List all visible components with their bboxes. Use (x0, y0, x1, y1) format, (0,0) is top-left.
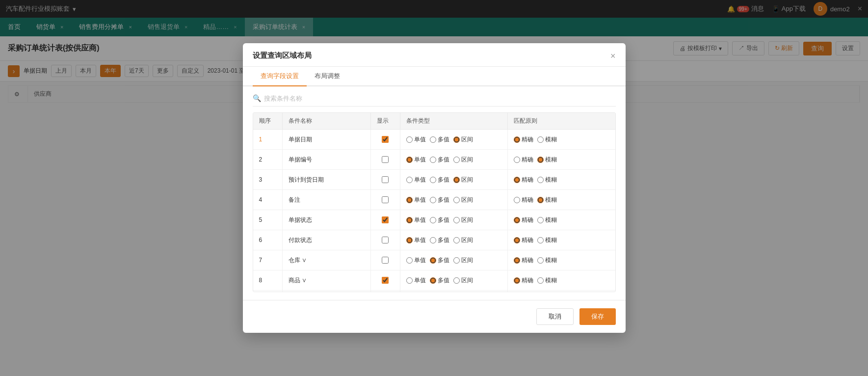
row-match-9: 精确 模糊 (508, 291, 615, 292)
row-show-3 (371, 170, 400, 189)
row-type-3: 单值 多值 区间 (400, 170, 508, 189)
row-order-9: 9 (253, 291, 283, 292)
table-row: 6 付款状态 单值 多值 区间 (253, 230, 615, 250)
show-checkbox-3[interactable] (382, 176, 389, 183)
table-row: 7 仓库 ∨ 单值 多值 区间 (253, 250, 615, 270)
row-type-9: 单值 多值 区间 (400, 291, 508, 292)
show-checkbox-7[interactable] (382, 257, 389, 264)
modal-tab-layout[interactable]: 布局调整 (307, 67, 348, 86)
row-name-9: 属性 ∨ (283, 291, 371, 292)
table-row: 3 预计到货日期 单值 多值 区间 (253, 170, 615, 190)
row-type-7: 单值 多值 区间 (400, 250, 508, 270)
radio-multi-1[interactable]: 多值 (430, 135, 449, 144)
row-name-2: 单据编号 (283, 150, 371, 169)
modal-table-header: 顺序 条件名称 显示 条件类型 匹配原则 (253, 113, 615, 130)
table-row: 9 属性 ∨ 单值 多值 区间 (253, 291, 615, 292)
radio-single-1[interactable]: 单值 (406, 135, 426, 144)
row-order-8: 8 (253, 270, 283, 290)
row-type-6: 单值 多值 区间 (400, 230, 508, 250)
modal-tabs: 查询字段设置 布局调整 (243, 67, 626, 86)
row-order-4: 4 (253, 190, 283, 210)
table-row: 5 单据状态 单值 多值 区间 (253, 210, 615, 230)
row-show-8 (371, 270, 400, 290)
th-condition-type: 条件类型 (400, 113, 508, 129)
row-type-1: 单值 多值 区间 (400, 130, 508, 149)
row-name-7: 仓库 ∨ (283, 250, 371, 270)
row-name-6: 付款状态 (283, 230, 371, 250)
row-name-8: 商品 ∨ (283, 270, 371, 290)
settings-modal: 设置查询区域布局 × 查询字段设置 布局调整 🔍 顺序 条件名称 显示 条件类型 (243, 43, 626, 333)
row-order-1: 1 (253, 130, 283, 149)
row-show-1 (371, 130, 400, 149)
modal-body: 🔍 顺序 条件名称 显示 条件类型 匹配原则 1 单据日期 (243, 86, 626, 300)
cancel-button[interactable]: 取消 (536, 308, 574, 325)
modal-table: 顺序 条件名称 显示 条件类型 匹配原则 1 单据日期 (253, 112, 616, 292)
show-checkbox-4[interactable] (382, 196, 389, 203)
modal-close-button[interactable]: × (610, 52, 616, 66)
modal-header: 设置查询区域布局 × (243, 43, 626, 67)
table-row: 2 单据编号 单值 多值 区间 (253, 150, 615, 170)
search-input[interactable] (264, 95, 616, 102)
row-name-3: 预计到货日期 (283, 170, 371, 189)
th-name: 条件名称 (283, 113, 371, 129)
th-show: 显示 (371, 113, 400, 129)
save-button[interactable]: 保存 (579, 308, 616, 325)
row-name-1: 单据日期 (283, 130, 371, 149)
row-type-2: 单值 多值 区间 (400, 150, 508, 169)
row-order-2: 2 (253, 150, 283, 169)
table-row: 1 单据日期 单值 多值 区间 (253, 130, 615, 150)
show-checkbox-6[interactable] (382, 237, 389, 243)
row-match-2: 精确 模糊 (508, 150, 615, 169)
search-icon: 🔍 (253, 94, 261, 102)
row-match-5: 精确 模糊 (508, 210, 615, 230)
modal-footer: 取消 保存 (243, 300, 626, 333)
row-type-5: 单值 多值 区间 (400, 210, 508, 230)
row-show-5 (371, 210, 400, 230)
search-row: 🔍 (253, 94, 616, 107)
modal-tab-query-fields[interactable]: 查询字段设置 (253, 67, 307, 86)
row-match-4: 精确 模糊 (508, 190, 615, 210)
row-order-5: 5 (253, 210, 283, 230)
modal-title: 设置查询区域布局 (253, 51, 312, 66)
row-order-6: 6 (253, 230, 283, 250)
row-order-3: 3 (253, 170, 283, 189)
modal-table-body[interactable]: 1 单据日期 单值 多值 区间 (253, 130, 615, 292)
row-match-1: 精确 模糊 (508, 130, 615, 149)
show-checkbox-1[interactable] (382, 136, 389, 143)
show-checkbox-8[interactable] (382, 277, 389, 284)
row-show-7 (371, 250, 400, 270)
th-match: 匹配原则 (508, 113, 615, 129)
row-match-6: 精确 模糊 (508, 230, 615, 250)
row-show-4 (371, 190, 400, 210)
radio-range-1[interactable]: 区间 (453, 135, 473, 144)
show-checkbox-5[interactable] (382, 216, 389, 223)
row-show-2 (371, 150, 400, 169)
modal-overlay: 设置查询区域布局 × 查询字段设置 布局调整 🔍 顺序 条件名称 显示 条件类型 (0, 0, 868, 376)
row-show-6 (371, 230, 400, 250)
th-order: 顺序 (253, 113, 283, 129)
row-match-8: 精确 模糊 (508, 270, 615, 290)
row-match-7: 精确 模糊 (508, 250, 615, 270)
match-fuzzy-1[interactable]: 模糊 (537, 135, 557, 144)
row-name-4: 备注 (283, 190, 371, 210)
row-order-7: 7 (253, 250, 283, 270)
row-show-9 (371, 291, 400, 292)
table-row: 8 商品 ∨ 单值 多值 区间 (253, 270, 615, 291)
row-match-3: 精确 模糊 (508, 170, 615, 189)
row-name-5: 单据状态 (283, 210, 371, 230)
row-type-8: 单值 多值 区间 (400, 270, 508, 290)
table-row: 4 备注 单值 多值 区间 (253, 190, 615, 210)
show-checkbox-2[interactable] (382, 156, 389, 163)
match-exact-1[interactable]: 精确 (514, 135, 533, 144)
row-type-4: 单值 多值 区间 (400, 190, 508, 210)
